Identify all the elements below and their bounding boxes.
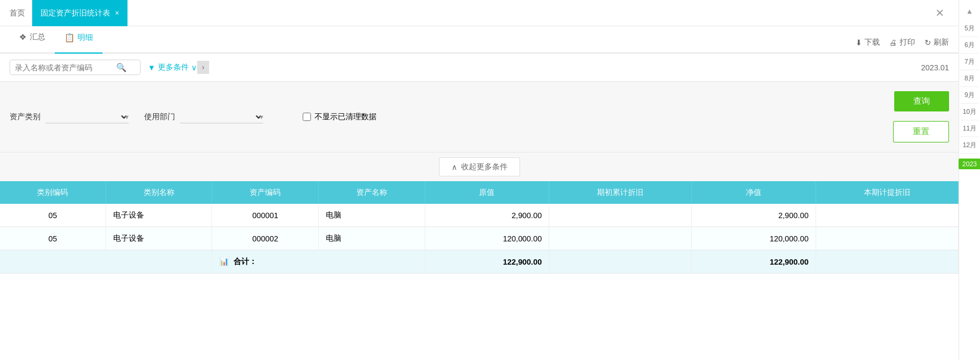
cell-category-code: 05: [0, 204, 105, 227]
tab-detail-label: 明细: [77, 32, 93, 43]
scroll-up-icon[interactable]: ▲: [964, 5, 976, 18]
top-nav: 首页 固定资产折旧统计表 × ✕: [0, 0, 959, 26]
data-table: 类别编码 类别名称 资产编码 资产名称 原值 期初累计折旧 净值 本期计提折旧 …: [0, 181, 959, 274]
asset-category-select[interactable]: [45, 110, 129, 123]
cell-accumulated-depreciation: [549, 204, 692, 227]
sub-tabs-bar: ❖ 汇总 📋 明细 ⬇ 下载 🖨 打印 ↻ 刷新: [0, 26, 959, 54]
total-icon: 📊: [219, 257, 229, 266]
filter-icon: ▼: [148, 63, 155, 72]
reset-button[interactable]: 重置: [893, 121, 949, 142]
th-current-depreciation: 本期计提折旧: [816, 181, 959, 204]
department-select[interactable]: [180, 110, 263, 123]
tab-summary[interactable]: ❖ 汇总: [10, 26, 55, 52]
th-net-value: 净值: [692, 181, 816, 204]
total-original-value: 122,900.00: [425, 250, 549, 274]
total-accumulated-depreciation: [549, 250, 692, 274]
tab-close-icon[interactable]: ×: [115, 9, 119, 17]
detail-icon: 📋: [64, 33, 74, 42]
sidebar-month-item[interactable]: 11月: [960, 120, 979, 137]
nav-arrow-button[interactable]: ›: [197, 61, 209, 74]
asset-category-label: 资产类别: [10, 111, 41, 122]
cell-asset-code: 000001: [212, 204, 319, 227]
sidebar-month-item[interactable]: 6月: [960, 37, 979, 54]
department-label: 使用部门: [144, 111, 175, 122]
cell-category-name: 电子设备: [105, 204, 212, 227]
active-tab[interactable]: 固定资产折旧统计表 ×: [32, 0, 127, 26]
th-asset-code: 资产编码: [212, 181, 319, 204]
tab-summary-label: 汇总: [30, 32, 45, 42]
hide-cleared-checkbox[interactable]: [303, 113, 311, 121]
cell-original-value: 2,900.00: [425, 204, 549, 227]
search-wrapper: 🔍: [10, 60, 141, 75]
cell-accumulated-depreciation: [549, 227, 692, 250]
chevron-down-icon: ∨: [191, 63, 197, 72]
search-icon[interactable]: 🔍: [116, 63, 126, 72]
collapse-button[interactable]: ∧ 收起更多条件: [439, 157, 520, 176]
cell-category-name: 电子设备: [105, 227, 212, 250]
year-badge: 2023: [959, 159, 980, 169]
print-label: 打印: [900, 37, 915, 48]
collapse-icon: ∧: [452, 163, 458, 172]
sidebar-month-item[interactable]: 12月: [960, 137, 979, 154]
table-row: 05 电子设备 000002 电脑 120,000.00 120,000.00: [0, 227, 959, 250]
cell-asset-name: 电脑: [318, 204, 425, 227]
nav-home[interactable]: 首页: [10, 8, 32, 18]
print-button[interactable]: 🖨 打印: [889, 37, 915, 48]
th-original-value: 原值: [425, 181, 549, 204]
download-icon: ⬇: [855, 38, 862, 47]
department-filter: 使用部门 ▼: [144, 110, 265, 123]
hide-cleared-filter: 不显示已清理数据: [303, 111, 377, 122]
print-icon: 🖨: [889, 38, 897, 47]
date-display: 2023.01: [921, 63, 949, 72]
filter-buttons: 查询 重置: [893, 91, 949, 142]
cell-asset-name: 电脑: [318, 227, 425, 250]
total-combined: 📊 合计：: [212, 250, 425, 274]
search-bar: 🔍 ▼ 更多条件 ∨ › 2023.01: [0, 54, 959, 82]
collapse-label: 收起更多条件: [461, 162, 508, 172]
more-conditions-label: 更多条件: [158, 62, 189, 73]
th-accumulated-depreciation: 期初累计折旧: [549, 181, 692, 204]
download-label: 下载: [864, 37, 880, 48]
window-close-icon[interactable]: ✕: [931, 4, 949, 22]
refresh-label: 刷新: [934, 37, 949, 48]
content-panel: ❖ 汇总 📋 明细 ⬇ 下载 🖨 打印 ↻ 刷新: [0, 26, 959, 360]
sidebar-month-item[interactable]: 5月: [960, 20, 979, 37]
toolbar-actions: ⬇ 下载 🖨 打印 ↻ 刷新: [855, 37, 949, 52]
th-asset-name: 资产名称: [318, 181, 425, 204]
tab-label: 固定资产折旧统计表: [41, 8, 110, 18]
cell-current-depreciation: [816, 204, 959, 227]
total-net-value: 122,900.00: [692, 250, 816, 274]
filter-row: 资产类别 ▼ 使用部门 ▼ 不显示已清理数据: [10, 91, 949, 142]
month-list: 5月6月7月8月9月10月11月12月: [960, 20, 979, 154]
total-row: 📊 合计： 122,900.00 122,900.00: [0, 250, 959, 274]
sidebar-month-item[interactable]: 9月: [960, 87, 979, 104]
th-category-code: 类别编码: [0, 181, 105, 204]
right-sidebar: ▲ 5月6月7月8月9月10月11月12月 2023: [959, 0, 980, 360]
sidebar-month-item[interactable]: 8月: [960, 70, 979, 87]
download-button[interactable]: ⬇ 下载: [855, 37, 880, 48]
total-label: [0, 250, 212, 274]
cell-category-code: 05: [0, 227, 105, 250]
search-input[interactable]: [15, 63, 116, 72]
total-current-depreciation: [816, 250, 959, 274]
cell-net-value: 120,000.00: [692, 227, 816, 250]
table-header-row: 类别编码 类别名称 资产编码 资产名称 原值 期初累计折旧 净值 本期计提折旧: [0, 181, 959, 204]
table-container: 类别编码 类别名称 资产编码 资产名称 原值 期初累计折旧 净值 本期计提折旧 …: [0, 181, 959, 360]
summary-icon: ❖: [19, 32, 27, 42]
asset-category-filter: 资产类别 ▼: [10, 110, 130, 123]
query-button[interactable]: 查询: [894, 91, 949, 111]
cell-asset-code: 000002: [212, 227, 319, 250]
tab-detail[interactable]: 📋 明细: [55, 27, 102, 54]
cell-original-value: 120,000.00: [425, 227, 549, 250]
collapse-row: ∧ 收起更多条件: [0, 153, 959, 181]
filter-panel: 资产类别 ▼ 使用部门 ▼ 不显示已清理数据: [0, 82, 959, 153]
cell-net-value: 2,900.00: [692, 204, 816, 227]
sidebar-month-item[interactable]: 7月: [960, 54, 979, 70]
hide-cleared-label: 不显示已清理数据: [315, 111, 377, 122]
total-text: 合计：: [234, 257, 257, 266]
sidebar-month-item[interactable]: 10月: [960, 104, 979, 120]
refresh-icon: ↻: [925, 38, 931, 47]
table-row: 05 电子设备 000001 电脑 2,900.00 2,900.00: [0, 204, 959, 227]
more-conditions-button[interactable]: ▼ 更多条件 ∨: [148, 62, 197, 73]
refresh-button[interactable]: ↻ 刷新: [925, 37, 949, 48]
